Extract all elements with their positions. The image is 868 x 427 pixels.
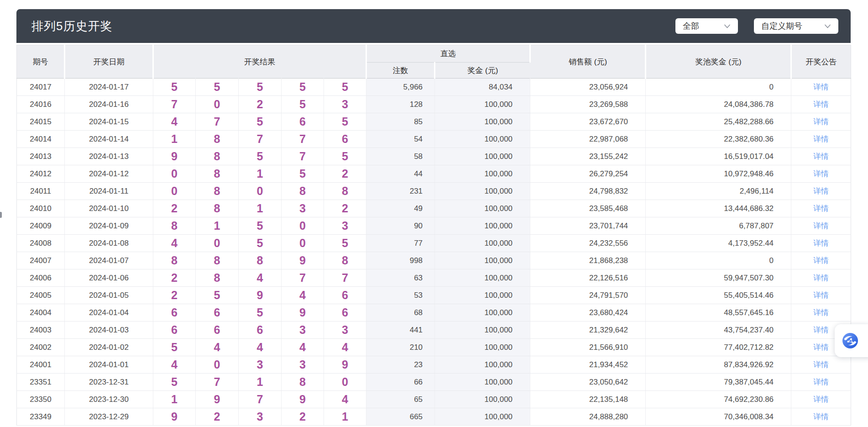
result-digit-cell: 6 <box>324 131 366 148</box>
result-digit-cell: 2 <box>324 165 366 183</box>
bets-cell: 5,966 <box>366 79 435 96</box>
pool-cell: 22,382,680.36 <box>646 131 791 148</box>
result-digit-cell: 8 <box>196 252 239 269</box>
table-row: 24008 2024-01-08 4 0 5 0 5 77 100,000 24… <box>17 235 851 252</box>
issue-filter-dropdown[interactable]: 自定义期号 <box>754 18 838 34</box>
prize-cell: 84,034 <box>435 79 530 96</box>
announcement-cell: 详情 <box>791 408 851 426</box>
chevron-down-icon <box>824 24 831 28</box>
result-digit-cell: 1 <box>324 408 366 426</box>
result-digit-cell: 6 <box>196 304 239 322</box>
pool-cell: 87,834,926.92 <box>646 356 791 374</box>
issue-cell: 24017 <box>17 79 65 96</box>
table-row: 24003 2024-01-03 6 6 6 3 3 441 100,000 2… <box>17 322 851 339</box>
left-edge-artifact <box>0 212 2 218</box>
sales-cell: 22,987,068 <box>530 131 646 148</box>
result-digit-cell: 0 <box>153 183 196 200</box>
result-digit-cell: 5 <box>196 79 239 96</box>
result-digit-cell: 8 <box>196 200 239 217</box>
detail-link[interactable]: 详情 <box>813 221 829 230</box>
detail-link[interactable]: 详情 <box>813 360 829 369</box>
detail-link[interactable]: 详情 <box>813 187 829 195</box>
announcement-cell: 详情 <box>791 356 851 374</box>
date-cell: 2024-01-06 <box>65 269 153 287</box>
table-row: 24012 2024-01-12 0 8 1 5 2 44 100,000 26… <box>17 165 851 183</box>
result-digit-cell: 7 <box>239 131 282 148</box>
prize-cell: 100,000 <box>435 235 530 252</box>
page-title: 排列5历史开奖 <box>31 18 112 34</box>
pool-cell: 25,482,288.66 <box>646 113 791 131</box>
detail-link[interactable]: 详情 <box>813 343 829 352</box>
pool-cell: 13,444,686.32 <box>646 200 791 217</box>
date-cell: 2023-12-30 <box>65 391 153 408</box>
result-digit-cell: 0 <box>282 217 324 235</box>
pool-cell: 70,346,008.34 <box>646 408 791 426</box>
result-digit-cell: 5 <box>153 339 196 356</box>
result-digit-cell: 2 <box>239 96 282 113</box>
detail-link[interactable]: 详情 <box>813 308 829 317</box>
result-digit-cell: 0 <box>196 356 239 374</box>
date-cell: 2024-01-07 <box>65 252 153 269</box>
bets-cell: 44 <box>366 165 435 183</box>
date-cell: 2024-01-16 <box>65 96 153 113</box>
sales-cell: 24,232,556 <box>530 235 646 252</box>
detail-link[interactable]: 详情 <box>813 135 829 143</box>
sales-cell: 23,680,424 <box>530 304 646 322</box>
detail-link[interactable]: 详情 <box>813 291 829 300</box>
range-filter-dropdown[interactable]: 全部 <box>675 18 738 34</box>
result-digit-cell: 3 <box>324 322 366 339</box>
sales-cell: 23,672,670 <box>530 113 646 131</box>
bets-cell: 85 <box>366 113 435 131</box>
detail-link[interactable]: 详情 <box>813 117 829 126</box>
result-digit-cell: 3 <box>239 356 282 374</box>
announcement-cell: 详情 <box>791 269 851 287</box>
results-tbody: 24017 2024-01-17 5 5 5 5 5 5,966 84,034 … <box>17 79 851 426</box>
result-digit-cell: 8 <box>153 217 196 235</box>
table-row: 24007 2024-01-07 8 8 8 9 8 998 100,000 2… <box>17 252 851 269</box>
result-digit-cell: 8 <box>324 183 366 200</box>
date-cell: 2023-12-31 <box>65 374 153 391</box>
detail-link[interactable]: 详情 <box>813 395 829 404</box>
result-digit-cell: 8 <box>196 148 239 165</box>
sales-cell: 21,566,910 <box>530 339 646 356</box>
result-digit-cell: 9 <box>153 148 196 165</box>
floating-service-button[interactable] <box>835 324 868 357</box>
sales-cell: 21,934,452 <box>530 356 646 374</box>
prize-cell: 100,000 <box>435 148 530 165</box>
prize-cell: 100,000 <box>435 304 530 322</box>
prize-cell: 100,000 <box>435 287 530 304</box>
detail-link[interactable]: 详情 <box>813 326 829 334</box>
bets-cell: 68 <box>366 304 435 322</box>
pool-cell: 6,787,807 <box>646 217 791 235</box>
result-digit-cell: 1 <box>196 217 239 235</box>
table-row: 24011 2024-01-11 0 8 0 8 8 231 100,000 2… <box>17 183 851 200</box>
result-digit-cell: 9 <box>239 287 282 304</box>
result-digit-cell: 8 <box>153 252 196 269</box>
announcement-cell: 详情 <box>791 200 851 217</box>
result-digit-cell: 7 <box>324 269 366 287</box>
announcement-cell: 详情 <box>791 217 851 235</box>
panel-titlebar: 排列5历史开奖 全部 自定义期号 <box>16 9 851 43</box>
network-molecule-icon <box>842 332 858 349</box>
date-cell: 2024-01-11 <box>65 183 153 200</box>
issue-cell: 24003 <box>17 322 65 339</box>
result-digit-cell: 3 <box>324 96 366 113</box>
result-digit-cell: 4 <box>239 269 282 287</box>
detail-link[interactable]: 详情 <box>813 169 829 178</box>
prize-cell: 100,000 <box>435 252 530 269</box>
bets-cell: 998 <box>366 252 435 269</box>
detail-link[interactable]: 详情 <box>813 412 829 421</box>
detail-link[interactable]: 详情 <box>813 204 829 213</box>
detail-link[interactable]: 详情 <box>813 274 829 282</box>
result-digit-cell: 5 <box>324 113 366 131</box>
detail-link[interactable]: 详情 <box>813 239 829 248</box>
result-digit-cell: 5 <box>324 148 366 165</box>
detail-link[interactable]: 详情 <box>813 378 829 386</box>
detail-link[interactable]: 详情 <box>813 100 829 109</box>
detail-link[interactable]: 详情 <box>813 83 829 91</box>
result-digit-cell: 5 <box>239 217 282 235</box>
detail-link[interactable]: 详情 <box>813 256 829 265</box>
detail-link[interactable]: 详情 <box>813 152 829 161</box>
result-digit-cell: 6 <box>153 322 196 339</box>
date-cell: 2024-01-05 <box>65 287 153 304</box>
